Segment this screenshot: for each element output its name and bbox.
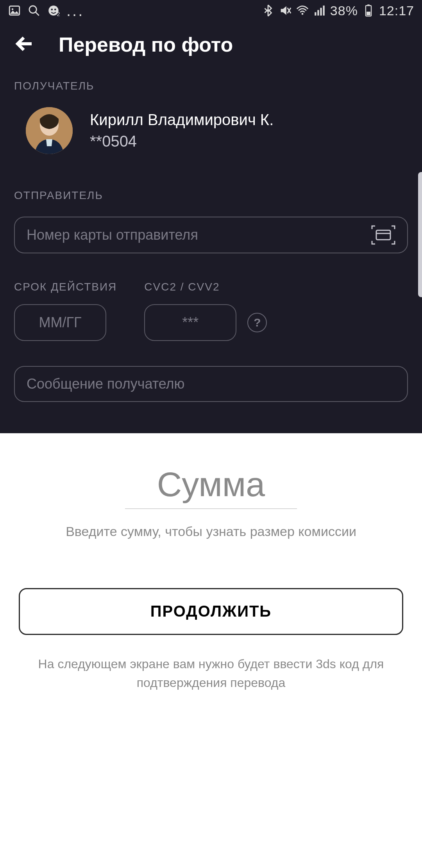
sender-card-field[interactable]	[14, 217, 408, 253]
message-field[interactable]	[14, 366, 408, 402]
svg-line-3	[36, 12, 39, 16]
transfer-form-panel: Перевод по фото ПОЛУЧАТЕЛЬ Кирилл Владим…	[0, 21, 422, 433]
clock: 12:17	[379, 3, 414, 18]
cvc-label: CVC2 / CVV2	[144, 281, 267, 293]
status-bar: 2 ... 38% 12:17	[0, 0, 422, 21]
recipient-avatar	[26, 107, 73, 154]
svg-rect-11	[315, 12, 316, 16]
svg-point-5	[51, 9, 53, 11]
recipient-card-masked: **0504	[90, 133, 274, 150]
svg-rect-20	[376, 230, 390, 240]
svg-point-6	[54, 9, 56, 11]
cvc-help-button[interactable]: ?	[247, 313, 267, 332]
recipient-name: Кирилл Владимирович К.	[90, 111, 274, 129]
scan-card-icon[interactable]	[371, 225, 395, 245]
page-title: Перевод по фото	[59, 33, 233, 56]
mute-icon	[279, 4, 292, 17]
wifi-icon	[296, 4, 309, 17]
svg-point-1	[12, 8, 14, 10]
continue-button[interactable]: ПРОДОЛЖИТЬ	[19, 588, 403, 635]
bluetooth-icon	[261, 4, 275, 17]
svg-point-2	[29, 6, 36, 13]
svg-rect-13	[320, 8, 322, 16]
more-notifications-icon: ...	[66, 2, 84, 20]
recipient-section-label: ПОЛУЧАТЕЛЬ	[14, 80, 408, 92]
expiry-label: СРОК ДЕЙСТВИЯ	[14, 281, 117, 293]
svg-text:2: 2	[57, 11, 60, 17]
recipient-row[interactable]: Кирилл Владимирович К. **0504	[14, 107, 408, 154]
search-notification-icon	[27, 4, 41, 17]
amount-input[interactable]	[125, 464, 297, 509]
edge-scroll-indicator[interactable]	[418, 172, 422, 297]
svg-rect-17	[367, 12, 370, 15]
commission-hint: Введите сумму, чтобы узнать размер комис…	[19, 522, 403, 541]
svg-point-10	[301, 13, 303, 15]
battery-percent: 38%	[330, 3, 358, 18]
back-button[interactable]	[14, 33, 35, 56]
sender-card-input[interactable]	[27, 227, 371, 243]
svg-rect-14	[323, 5, 324, 16]
expiry-input[interactable]	[27, 314, 94, 331]
message-input[interactable]	[27, 376, 395, 392]
expiry-field[interactable]	[14, 304, 106, 341]
signal-icon	[313, 4, 326, 17]
battery-icon	[362, 4, 375, 17]
cvc-input[interactable]	[157, 314, 224, 331]
amount-panel: Введите сумму, чтобы узнать размер комис…	[0, 433, 422, 708]
cvc-field[interactable]	[144, 304, 236, 341]
threeds-hint: На следующем экране вам нужно будет ввес…	[19, 655, 403, 692]
svg-rect-16	[367, 4, 370, 6]
app-notification-icon: 2	[47, 4, 60, 17]
svg-rect-12	[317, 10, 319, 16]
image-notification-icon	[8, 4, 21, 17]
sender-section-label: ОТПРАВИТЕЛЬ	[14, 189, 408, 202]
